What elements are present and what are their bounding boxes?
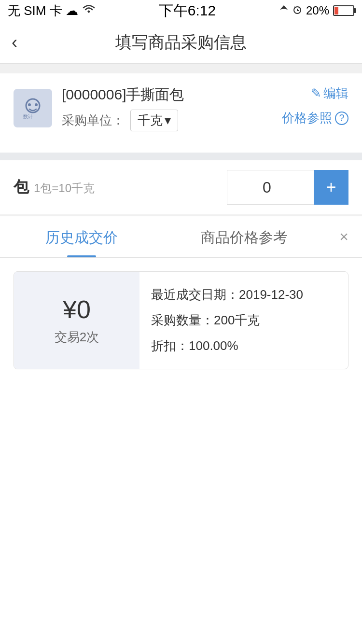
discount-label: 折扣： (151, 338, 189, 353)
discount-value: 100.00% (189, 338, 238, 353)
price-ref-icon: ? (335, 112, 348, 125)
unit-dropdown-arrow: ▾ (165, 113, 171, 128)
nav-bar: ‹ 填写商品采购信息 (0, 21, 362, 64)
unit-label: 采购单位： (62, 112, 125, 129)
quantity-row: 包 1包=10千克 + (0, 160, 362, 214)
bottom-area (0, 383, 362, 644)
product-unit-row: 采购单位： 千克 ▾ (62, 110, 184, 131)
history-quantity-row: 采购数量：200千克 (151, 311, 336, 330)
tab-price-ref-label: 商品价格参考 (201, 229, 288, 245)
product-name: [0000006]手撕面包 (62, 85, 184, 105)
tab-panel: 历史成交价 商品价格参考 × ¥0 交易2次 最近成交日期：2019-12-30… (0, 216, 362, 383)
unit-selector[interactable]: 千克 ▾ (130, 110, 178, 131)
price-reference-button[interactable]: 价格参照 ? (282, 110, 348, 126)
edit-label: 编辑 (323, 85, 348, 102)
quantity-input[interactable] (227, 170, 314, 205)
history-price-summary: ¥0 交易2次 (14, 272, 139, 369)
svg-point-7 (35, 103, 38, 106)
wifi-icon (82, 3, 96, 18)
product-thumbnail: 数计 (14, 89, 52, 127)
history-trade-count: 交易2次 (55, 329, 99, 346)
svg-line-4 (299, 7, 300, 8)
purchase-qty-value: 200千克 (214, 313, 260, 327)
back-button[interactable]: ‹ (12, 32, 17, 53)
recent-date-value: 2019-12-30 (239, 287, 303, 302)
price-ref-label: 价格参照 (282, 110, 332, 126)
sim-label: 无 SIM 卡 ☁ (8, 2, 78, 19)
svg-line-3 (294, 7, 295, 8)
svg-text:数计: 数计 (23, 114, 33, 119)
status-right: 20% (279, 4, 354, 17)
qty-input-group: + (227, 170, 348, 205)
edit-icon: ✎ (311, 86, 321, 101)
product-left: 数计 [0000006]手撕面包 采购单位： 千克 ▾ (14, 85, 184, 131)
page-title: 填写商品采购信息 (115, 31, 247, 54)
battery-percent: 20% (306, 4, 329, 17)
qty-unit: 包 (14, 177, 29, 198)
product-card: 数计 [0000006]手撕面包 采购单位： 千克 ▾ ✎ 编辑 (0, 73, 362, 153)
status-bar: 无 SIM 卡 ☁ 下午6:12 20% (0, 0, 362, 21)
history-card: ¥0 交易2次 最近成交日期：2019-12-30 采购数量：200千克 折扣：… (14, 271, 348, 369)
status-left: 无 SIM 卡 ☁ (8, 2, 96, 19)
tab-close-button[interactable]: × (326, 228, 362, 246)
quantity-label: 包 1包=10千克 (14, 177, 95, 198)
tab-price-reference[interactable]: 商品价格参考 (163, 216, 326, 257)
history-date-row: 最近成交日期：2019-12-30 (151, 285, 336, 304)
tab-history-price[interactable]: 历史成交价 (0, 216, 163, 257)
history-details: 最近成交日期：2019-12-30 采购数量：200千克 折扣：100.00% (139, 272, 348, 369)
tab-history-label: 历史成交价 (45, 229, 118, 245)
tab-header: 历史成交价 商品价格参考 × (0, 216, 362, 258)
qty-hint: 1包=10千克 (34, 181, 95, 196)
purchase-qty-label: 采购数量： (151, 313, 214, 327)
unit-value: 千克 (138, 112, 163, 129)
tab-content: ¥0 交易2次 最近成交日期：2019-12-30 采购数量：200千克 折扣：… (0, 258, 362, 383)
svg-point-6 (28, 103, 31, 106)
status-time: 下午6:12 (159, 1, 216, 21)
location-icon (279, 4, 289, 17)
section-divider (0, 153, 362, 160)
history-discount-row: 折扣：100.00% (151, 336, 336, 355)
recent-date-label: 最近成交日期： (151, 287, 239, 302)
alarm-icon (292, 4, 302, 17)
qty-plus-button[interactable]: + (314, 170, 348, 205)
product-info: [0000006]手撕面包 采购单位： 千克 ▾ (62, 85, 184, 131)
battery-icon (333, 5, 354, 16)
history-price-value: ¥0 (63, 295, 91, 324)
edit-button[interactable]: ✎ 编辑 (311, 85, 348, 102)
